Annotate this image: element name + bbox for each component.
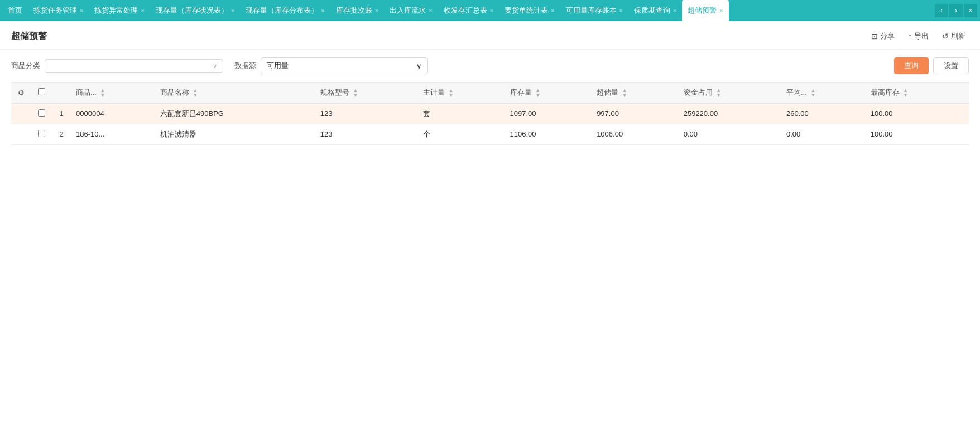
nav-item-label: 收发存汇总表	[444, 6, 487, 16]
sort-stock-icon: ▲▼	[535, 88, 540, 98]
row-avg: 260.00	[782, 103, 866, 124]
nav-item-label: 库存批次账	[336, 6, 372, 16]
nav-item-order-stats[interactable]: 要货单统计表×	[499, 0, 560, 21]
nav-close-icon[interactable]: ×	[673, 7, 676, 14]
nav-item-home[interactable]: 首页	[2, 0, 28, 21]
row-checkbox[interactable]	[38, 109, 45, 117]
row-avg: 0.00	[782, 124, 866, 144]
nav-close-icon[interactable]: ×	[321, 7, 324, 14]
data-table: ⚙ 商品... ▲▼ 商品名称 ▲▼ 规格型号	[11, 82, 969, 145]
col-unit[interactable]: 主计量 ▲▼	[419, 83, 506, 104]
filter-buttons: 查询 设置	[894, 57, 969, 74]
nav-item-inventory-dist[interactable]: 现存量（库存分布表）×	[240, 0, 330, 21]
row-checkbox-cell	[31, 124, 51, 144]
nav-close-icon[interactable]: ×	[141, 7, 144, 14]
refresh-button[interactable]: ↺ 刷新	[939, 29, 969, 43]
sort-maxstock-icon: ▲▼	[903, 88, 908, 98]
table-row: 2186-10...机油滤清器123个1106.001006.000.000.0…	[11, 124, 969, 144]
row-stock: 1097.00	[506, 103, 593, 124]
settings-button[interactable]: 设置	[933, 57, 969, 74]
nav-close-icon[interactable]: ×	[619, 7, 623, 14]
row-capital: 259220.00	[679, 103, 782, 124]
category-label: 商品分类	[11, 61, 40, 71]
nav-item-label: 可用量库存账本	[566, 6, 617, 16]
col-spec[interactable]: 规格型号 ▲▼	[316, 83, 419, 104]
category-chevron-icon: ∨	[213, 62, 217, 70]
nav-close-icon[interactable]: ×	[429, 7, 432, 14]
col-name[interactable]: 商品名称 ▲▼	[156, 83, 316, 104]
col-stock[interactable]: 库存量 ▲▼	[506, 83, 593, 104]
row-number: 2	[51, 124, 71, 144]
nav-item-abnormal[interactable]: 拣货异常处理×	[89, 0, 150, 21]
nav-item-shelf-life[interactable]: 保质期查询×	[628, 0, 682, 21]
nav-item-batch-account[interactable]: 库存批次账×	[330, 0, 384, 21]
gear-icon[interactable]: ⚙	[18, 89, 25, 97]
row-max-stock: 100.00	[866, 124, 969, 144]
row-name: 机油滤清器	[156, 124, 316, 144]
header-actions: ⊡ 分享 ↑ 导出 ↺ 刷新	[868, 29, 969, 43]
col-check	[31, 83, 51, 104]
row-code: 0000004	[71, 103, 156, 124]
table-wrapper: ⚙ 商品... ▲▼ 商品名称 ▲▼ 规格型号	[0, 82, 980, 145]
nav-close-icon[interactable]: ×	[719, 7, 723, 14]
nav-item-in-out-flow[interactable]: 出入库流水×	[384, 0, 438, 21]
sort-name-icon: ▲▼	[193, 88, 198, 98]
nav-item-collect-summary[interactable]: 收发存汇总表×	[438, 0, 499, 21]
row-unit: 个	[419, 124, 506, 144]
filter-area: 商品分类 ∨ 数据源 可用量 ∨ 查询 设置	[0, 50, 980, 82]
nav-close-icon[interactable]: ×	[80, 7, 83, 14]
nav-item-label: 首页	[8, 6, 22, 16]
row-capital: 0.00	[679, 124, 782, 144]
top-nav: 首页拣货任务管理×拣货异常处理×现存量（库存状况表）×现存量（库存分布表）×库存…	[0, 0, 980, 21]
col-gear: ⚙	[11, 83, 31, 104]
nav-item-label: 现存量（库存状况表）	[156, 6, 228, 16]
col-max-stock[interactable]: 最高库存 ▲▼	[866, 83, 969, 104]
category-select[interactable]: ∨	[45, 59, 223, 73]
share-icon: ⊡	[871, 32, 878, 41]
page-header: 超储预警 ⊡ 分享 ↑ 导出 ↺ 刷新	[0, 21, 980, 50]
sort-capital-icon: ▲▼	[716, 88, 721, 98]
nav-prev-button[interactable]: ‹	[935, 4, 948, 17]
nav-item-label: 超储预警	[688, 6, 717, 16]
row-spec: 123	[316, 103, 419, 124]
col-avg[interactable]: 平均... ▲▼	[782, 83, 866, 104]
col-overstock[interactable]: 超储量 ▲▼	[592, 83, 679, 104]
row-code: 186-10...	[71, 124, 156, 144]
datasource-label: 数据源	[234, 61, 256, 71]
export-icon: ↑	[908, 32, 912, 41]
nav-item-label: 要货单统计表	[505, 6, 548, 16]
query-button[interactable]: 查询	[894, 57, 929, 74]
page-title: 超储预警	[11, 31, 47, 42]
nav-next-button[interactable]: ›	[949, 4, 963, 17]
nav-item-inventory-status[interactable]: 现存量（库存状况表）×	[150, 0, 240, 21]
nav-close-icon[interactable]: ×	[490, 7, 493, 14]
nav-close-icon[interactable]: ×	[551, 7, 554, 14]
nav-item-available-account[interactable]: 可用量库存账本×	[560, 0, 628, 21]
row-overstock: 997.00	[592, 103, 679, 124]
row-stock: 1106.00	[506, 124, 593, 144]
col-code[interactable]: 商品... ▲▼	[71, 83, 156, 104]
export-button[interactable]: ↑ 导出	[905, 29, 932, 43]
sort-unit-icon: ▲▼	[449, 88, 454, 98]
row-gear	[11, 124, 31, 144]
sort-overstock-icon: ▲▼	[622, 88, 627, 98]
share-button[interactable]: ⊡ 分享	[868, 29, 898, 43]
nav-close-button[interactable]: ×	[964, 4, 977, 17]
nav-arrows: ‹ › ×	[934, 4, 978, 17]
row-unit: 套	[419, 103, 506, 124]
datasource-chevron-icon: ∨	[416, 62, 422, 70]
sort-spec-icon: ▲▼	[353, 88, 358, 98]
datasource-value: 可用量	[267, 61, 289, 71]
datasource-select[interactable]: 可用量 ∨	[261, 57, 428, 74]
select-all-checkbox[interactable]	[38, 88, 45, 95]
row-number: 1	[51, 103, 71, 124]
nav-item-overstock-warning[interactable]: 超储预警×	[682, 0, 728, 21]
nav-item-task-mgmt[interactable]: 拣货任务管理×	[28, 0, 89, 21]
nav-close-icon[interactable]: ×	[375, 7, 378, 14]
col-capital[interactable]: 资金占用 ▲▼	[679, 83, 782, 104]
row-checkbox[interactable]	[38, 130, 45, 137]
nav-item-label: 现存量（库存分布表）	[246, 6, 318, 16]
nav-item-label: 拣货异常处理	[94, 6, 138, 16]
col-num	[51, 83, 71, 104]
nav-close-icon[interactable]: ×	[231, 7, 234, 14]
